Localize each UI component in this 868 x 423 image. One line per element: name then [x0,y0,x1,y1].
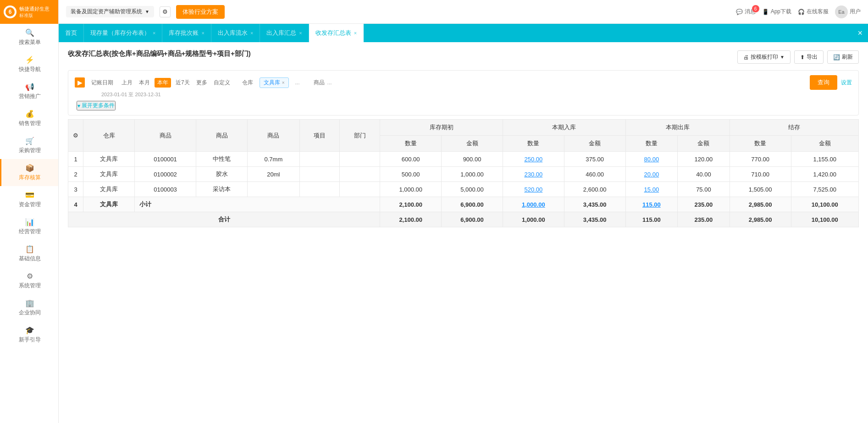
main-area: 装备及固定资产辅助管理系统 ▼ ⚙ 体验行业方案 💬 消息 6 📱 App下载 … [59,0,868,423]
logo-inner: 6 [6,7,15,16]
sidebar-item-label: 企业协同 [19,309,41,317]
th-warehouse: 仓库 [83,120,135,152]
row-index: 3 [68,182,83,197]
sidebar-item-label: 资金管理 [19,201,41,209]
sidebar-item-marketing[interactable]: 📢 营销推广 [0,78,58,105]
row-in-amount: 2,600.00 [564,182,625,197]
subtotal-out-qty[interactable]: 115.00 [625,197,678,212]
row-index: 2 [68,167,83,182]
subtotal-row: 4 文具库 小计 2,100.00 6,900.00 1,000.00 3,43… [68,197,859,212]
row-open-qty: 500.00 [380,167,442,182]
goods-more[interactable]: ... [327,79,332,86]
date-btn-this-month[interactable]: 本月 [137,78,152,88]
tab-inventory-dist-label: 现存量（库存分布表） [90,29,150,37]
row-open-qty: 600.00 [380,152,442,167]
row-in-qty[interactable]: 520.00 [503,182,564,197]
settings-icon: ⚙ [73,132,78,139]
goods-filter-section: 商品 ... [314,79,332,87]
sidebar-item-finance[interactable]: 💳 资金管理 [0,186,58,213]
tab-close-batch-ledger[interactable]: × [201,30,204,36]
row-close-qty: 770.00 [730,152,791,167]
row-in-amount: 375.00 [564,152,625,167]
row-out-qty[interactable]: 20.00 [625,167,678,182]
tab-summary[interactable]: 出入库汇总 × [260,24,309,42]
row-in-qty[interactable]: 250.00 [503,152,564,167]
message-button[interactable]: 💬 消息 6 [736,8,756,16]
sidebar-item-sales[interactable]: 💰 销售管理 [0,105,58,132]
system-selector[interactable]: 装备及固定资产辅助管理系统 ▼ [66,6,154,17]
row-out-qty[interactable]: 80.00 [625,152,678,167]
sidebar-item-search[interactable]: 🔍 搜索菜单 [0,24,58,51]
subtotal-in-amount: 3,435.00 [564,197,625,212]
app-download-button[interactable]: 📱 App下载 [762,8,791,16]
warehouse-tag-close[interactable]: × [282,80,285,85]
tab-flow-label: 出入库流水 [218,29,248,37]
sidebar-item-corp[interactable]: 🏢 企业协同 [0,294,58,321]
close-all-tabs-button[interactable]: × [852,28,868,38]
date-btn-7days[interactable]: 近7天 [174,78,192,88]
sidebar-item-system[interactable]: ⚙ 系统管理 [0,267,58,294]
system-name: 装备及固定资产辅助管理系统 [71,8,142,16]
sidebar-item-purchase[interactable]: 🛒 采购管理 [0,132,58,159]
date-btn-this-year[interactable]: 本年 [155,78,171,88]
settings-link-button[interactable]: 设置 [841,75,852,90]
sidebar-item-label: 销售管理 [19,120,41,127]
page-title: 收发存汇总表(按仓库+商品编码+商品+规格型号+项目+部门) [68,49,251,58]
th-closing-group: 结存 [730,120,858,136]
chevron-down-icon: ▾ [77,103,80,109]
row-goods-name: 采访本 [196,182,247,197]
row-out-amount: 40.00 [678,167,730,182]
tab-io-summary[interactable]: 收发存汇总表 × [309,24,364,42]
query-button[interactable]: 查询 [810,75,837,90]
online-service-button[interactable]: 🎧 在线客服 [798,8,829,16]
th-open-amount: 金额 [442,136,503,152]
settings-gear-button[interactable]: ⚙ [160,6,171,17]
purchase-icon: 🛒 [25,137,34,145]
sidebar-item-guide[interactable]: 🎓 新手引导 [0,321,58,348]
tab-close-io-summary[interactable]: × [354,30,357,36]
row-goods-name: 中性笔 [196,152,247,167]
row-index: 1 [68,152,83,167]
topbar-actions: 💬 消息 6 📱 App下载 🎧 在线客服 Ea 用户 [736,5,861,18]
user-menu-button[interactable]: Ea 用户 [835,5,861,18]
sidebar-item-quick-nav[interactable]: ⚡ 快捷导航 [0,51,58,78]
sidebar-item-inventory[interactable]: 📦 库存核算 [0,159,58,186]
table-body: 1 文具库 0100001 中性笔 0.7mm 600.00 900.00 25… [68,152,859,212]
tab-close-summary[interactable]: × [299,30,302,36]
subtotal-close-qty: 2,985.00 [730,197,791,212]
try-industry-button[interactable]: 体验行业方案 [176,5,225,19]
sidebar-item-basic-info[interactable]: 📋 基础信息 [0,240,58,267]
goods-label: 商品 [314,79,325,87]
tab-close-inventory-dist[interactable]: × [153,30,155,36]
subtotal-close-amount: 10,100.00 [791,197,858,212]
date-btn-custom[interactable]: 自定义 [212,78,232,88]
row-goods-name: 胶水 [196,167,247,182]
row-goods-spec: 20ml [248,167,300,182]
sidebar-item-business[interactable]: 📊 经营管理 [0,213,58,240]
export-icon: ⬆ [800,54,805,60]
row-in-qty[interactable]: 230.00 [503,167,564,182]
tab-inventory-dist[interactable]: 现存量（库存分布表） × [84,24,162,42]
table-row: 1 文具库 0100001 中性笔 0.7mm 600.00 900.00 25… [68,152,859,167]
sidebar-item-label: 采购管理 [19,147,41,154]
expand-more-conditions-button[interactable]: ▾ 展开更多条件 [77,101,116,110]
tab-batch-ledger[interactable]: 库存批次账 × [162,24,211,42]
row-out-qty[interactable]: 15.00 [625,182,678,197]
table-row: 2 文具库 0100002 胶水 20ml 500.00 1,000.00 23… [68,167,859,182]
th-goods-spec: 商品 [248,120,300,152]
filter-toggle-button[interactable]: ▶ [75,77,85,88]
print-button[interactable]: 🖨 按模板打印 ▼ [737,50,791,64]
quick-nav-icon: ⚡ [25,55,34,64]
tab-home[interactable]: 首页 [59,24,84,42]
row-project [299,167,340,182]
tab-close-flow[interactable]: × [250,30,253,36]
subtotal-in-qty[interactable]: 1,000.00 [503,197,564,212]
date-btn-more[interactable]: 更多 [194,78,209,88]
tab-flow[interactable]: 出入库流水 × [211,24,260,42]
date-btn-last-month[interactable]: 上月 [120,78,134,88]
export-button[interactable]: ⬆ 导出 [794,50,824,64]
th-settings[interactable]: ⚙ [68,120,83,152]
sidebar-item-label: 库存核算 [19,174,41,181]
refresh-button[interactable]: 🔄 刷新 [827,50,859,64]
warehouse-more[interactable]: ... [295,79,300,86]
